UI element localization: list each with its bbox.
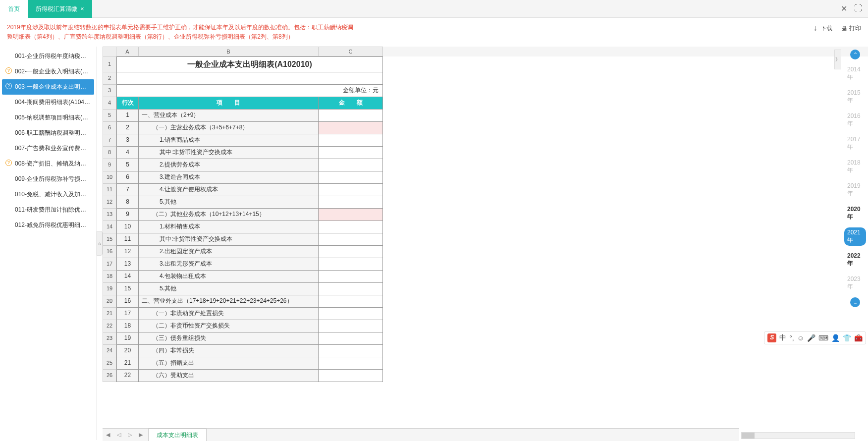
ime-lang-icon[interactable]: 中 xyxy=(779,333,786,342)
cell-item[interactable]: 5.其他 xyxy=(139,283,319,295)
cell-amount[interactable] xyxy=(319,122,383,134)
row-header[interactable]: 7 xyxy=(103,134,116,147)
cell-item[interactable]: （一）非流动资产处置损失 xyxy=(139,308,319,320)
cell-amount[interactable] xyxy=(319,110,383,122)
row-header[interactable]: 2 xyxy=(103,72,116,85)
tab-tax-settlement[interactable]: 所得税汇算清缴 × xyxy=(28,0,92,18)
cell-amount[interactable] xyxy=(319,221,383,233)
year-2023年[interactable]: 2023年 xyxy=(844,274,866,292)
cell-rownum[interactable]: 5 xyxy=(116,159,139,171)
cell-rownum[interactable]: 15 xyxy=(116,283,139,295)
cell-amount[interactable] xyxy=(319,184,383,196)
cell-item[interactable]: 4.让渡资产使用权成本 xyxy=(139,184,319,196)
cell-rownum[interactable]: 2 xyxy=(116,122,139,134)
row-header[interactable]: 6 xyxy=(103,122,116,134)
year-2020年[interactable]: 2020年 xyxy=(844,204,866,222)
year-2019年[interactable]: 2019年 xyxy=(844,181,866,199)
cell-rownum[interactable]: 21 xyxy=(116,357,139,370)
row-header[interactable]: 20 xyxy=(103,295,116,308)
year-2022年[interactable]: 2022年 xyxy=(844,251,866,269)
cell-amount[interactable] xyxy=(319,295,383,308)
cell-amount[interactable] xyxy=(319,271,383,283)
cell-item[interactable]: 3.出租无形资产成本 xyxy=(139,258,319,271)
year-2021年[interactable]: 2021年 xyxy=(844,227,866,246)
cell-item[interactable]: 3.建造合同成本 xyxy=(139,171,319,184)
row-header[interactable]: 4 xyxy=(103,97,116,110)
ime-toolbar[interactable]: S 中 °, ☺ 🎤 ⌨ 👤 👕 🧰 xyxy=(764,331,866,344)
row-header[interactable]: 10 xyxy=(103,171,116,184)
row-header[interactable]: 16 xyxy=(103,246,116,258)
sheet-nav-last[interactable]: ▶ xyxy=(135,432,146,438)
col-header-a[interactable]: A xyxy=(116,47,139,56)
sidebar-item-10[interactable]: 011-研发费用加计扣除优惠... xyxy=(0,202,96,218)
sheet-nav-first[interactable]: ◀ xyxy=(103,432,113,438)
ime-keyboard-icon[interactable]: ⌨ xyxy=(818,334,828,342)
cell-rownum[interactable]: 9 xyxy=(116,209,139,221)
cell-item[interactable]: （一）主营业务成本（3+5+6+7+8） xyxy=(139,122,319,134)
cell-amount[interactable] xyxy=(319,134,383,147)
ime-emoji-icon[interactable]: ☺ xyxy=(797,334,804,342)
download-button[interactable]: ⭳ 下载 xyxy=(813,24,832,33)
sidebar-item-11[interactable]: 012-减免所得税优惠明细表(... xyxy=(0,218,96,233)
ime-logo-icon[interactable]: S xyxy=(767,333,776,342)
sidebar-item-6[interactable]: 007-广告费和业务宣传费跨... xyxy=(0,141,96,156)
cell-rownum[interactable]: 11 xyxy=(116,233,139,246)
row-header[interactable]: 11 xyxy=(103,184,116,196)
row-header[interactable]: 26 xyxy=(103,370,116,382)
cell-amount[interactable] xyxy=(319,357,383,370)
year-2015年[interactable]: 2015年 xyxy=(844,88,866,106)
sheet-nav-prev[interactable]: ◁ xyxy=(113,432,124,438)
cell-item[interactable]: （五）捐赠支出 xyxy=(139,357,319,370)
tab-home[interactable]: 首页 xyxy=(0,0,28,18)
cell-item[interactable]: （六）赞助支出 xyxy=(139,370,319,382)
row-header[interactable]: 25 xyxy=(103,357,116,370)
cell-amount[interactable] xyxy=(319,258,383,271)
sidebar-collapse-handle[interactable]: « xyxy=(97,231,103,256)
ime-toolbox-icon[interactable]: 🧰 xyxy=(854,334,863,342)
sidebar-item-7[interactable]: ?008-资产折旧、摊销及纳税... xyxy=(0,156,96,171)
cell-item[interactable]: 二、营业外支出（17+18+19+20+21+22+23+24+25+26） xyxy=(139,295,319,308)
cell-amount[interactable] xyxy=(319,209,383,221)
cell-amount[interactable] xyxy=(319,320,383,332)
cell-item[interactable]: 4.包装物出租成本 xyxy=(139,271,319,283)
cell-rownum[interactable]: 13 xyxy=(116,258,139,271)
row-header[interactable]: 14 xyxy=(103,221,116,233)
horizontal-scrollbar[interactable] xyxy=(741,432,855,439)
cell-item[interactable]: （二）非货币性资产交换损失 xyxy=(139,320,319,332)
cell-item[interactable]: （四）非常损失 xyxy=(139,345,319,357)
cell-rownum[interactable]: 3 xyxy=(116,134,139,147)
sidebar-item-1[interactable]: ?002-一般企业收入明细表(A10... xyxy=(0,64,96,79)
year-2018年[interactable]: 2018年 xyxy=(844,158,866,176)
row-header[interactable]: 19 xyxy=(103,283,116,295)
cell-rownum[interactable]: 4 xyxy=(116,147,139,159)
sheet-nav-next[interactable]: ▷ xyxy=(124,432,135,438)
cell-item[interactable]: 其中:非货币性资产交换成本 xyxy=(139,233,319,246)
ime-punct-icon[interactable]: °, xyxy=(789,334,794,342)
cell-amount[interactable] xyxy=(319,332,383,345)
cell-item[interactable]: 1.材料销售成本 xyxy=(139,221,319,233)
ime-mic-icon[interactable]: 🎤 xyxy=(807,334,815,342)
scrollbar-thumb[interactable] xyxy=(742,433,755,439)
row-header[interactable]: 3 xyxy=(103,85,116,97)
cell-rownum[interactable]: 8 xyxy=(116,196,139,209)
cell-rownum[interactable]: 17 xyxy=(116,308,139,320)
cell-amount[interactable] xyxy=(319,159,383,171)
cell-amount[interactable] xyxy=(319,308,383,320)
row-header[interactable]: 17 xyxy=(103,258,116,271)
col-header-b[interactable]: B xyxy=(139,47,319,56)
cell-amount[interactable] xyxy=(319,147,383,159)
row-header[interactable]: 12 xyxy=(103,196,116,209)
cell-item[interactable]: 其中:非货币性资产交换成本 xyxy=(139,147,319,159)
cell-amount[interactable] xyxy=(319,283,383,295)
cell-amount[interactable] xyxy=(319,246,383,258)
sidebar-item-8[interactable]: 009-企业所得税弥补亏损明... xyxy=(0,171,96,187)
cell-rownum[interactable]: 7 xyxy=(116,184,139,196)
cell-rownum[interactable]: 1 xyxy=(116,110,139,122)
cell-amount[interactable] xyxy=(319,196,383,209)
sheet-corner[interactable] xyxy=(103,47,116,56)
cell-rownum[interactable]: 19 xyxy=(116,332,139,345)
cell-item[interactable]: 一、营业成本（2+9） xyxy=(139,110,319,122)
sidebar-item-2[interactable]: ?003-一般企业成本支出明细... xyxy=(2,79,94,95)
row-header[interactable]: 21 xyxy=(103,308,116,320)
col-header-c[interactable]: C xyxy=(319,47,383,56)
